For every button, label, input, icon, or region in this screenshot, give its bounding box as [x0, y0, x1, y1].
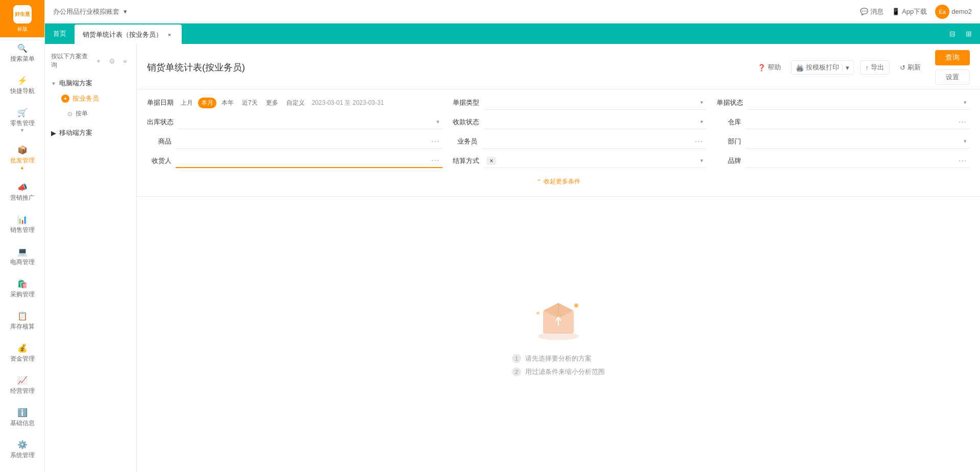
- tab-maximize-btn[interactable]: ⊞: [962, 27, 976, 41]
- collapse-label: 收起更多条件: [544, 177, 580, 186]
- payment-dropdown-icon: ▾: [700, 157, 703, 164]
- sidebar-item-ecommerce[interactable]: 💻 电商管理: [0, 241, 44, 273]
- empty-svg: [528, 293, 589, 344]
- department-control[interactable]: ▾: [745, 134, 970, 149]
- tab-close-icon[interactable]: ×: [165, 31, 174, 39]
- system-icon: ⚙️: [17, 440, 28, 450]
- left-panel-header-label: 按以下方案查询: [51, 52, 93, 69]
- doc-status-control[interactable]: ▾: [747, 96, 970, 110]
- print-btn[interactable]: 🖨️ 按模板打印 ▾: [791, 60, 854, 75]
- date-tab-this-year[interactable]: 本年: [218, 98, 237, 108]
- doc-status-label: 单据状态: [717, 98, 747, 107]
- hint-num-1: 1: [512, 354, 521, 363]
- add-scheme-btn[interactable]: +: [93, 56, 104, 66]
- date-tabs: 上月 本月 本年 近7天 更多 自定义: [178, 98, 308, 108]
- export-label: 导出: [871, 63, 884, 72]
- sidebar-item-purchase[interactable]: 🛍️ 采购管理: [0, 273, 44, 305]
- tab-sales-stat[interactable]: 销货单统计表（按业务员） ×: [75, 25, 182, 45]
- app-download-label: App下载: [902, 7, 927, 16]
- receipt-status-dropdown-icon: ▾: [700, 119, 703, 125]
- payment-control[interactable]: × ▾: [483, 154, 706, 168]
- receiver-control[interactable]: ···: [176, 154, 443, 168]
- sidebar-item-retail[interactable]: 🛒 零售管理 ▼: [0, 102, 44, 139]
- help-btn[interactable]: ❓ 帮助: [753, 61, 785, 74]
- refresh-label: 刷新: [908, 63, 921, 72]
- message-btn[interactable]: 💬 消息: [860, 7, 884, 16]
- refresh-btn[interactable]: ↺ 刷新: [896, 61, 925, 74]
- user-area[interactable]: Ea demo2: [935, 5, 972, 19]
- print-label: 按模板打印: [806, 63, 839, 72]
- sidebar-label-inventory: 库存核算: [10, 322, 35, 331]
- sidebar-item-sales[interactable]: 📊 销售管理: [0, 208, 44, 241]
- salesperson-control[interactable]: ···: [481, 134, 706, 149]
- scheme-salesperson-icon: ●: [61, 95, 69, 103]
- warehouse-control[interactable]: ···: [745, 115, 970, 129]
- hint-num-2: 2: [512, 367, 521, 376]
- date-tab-custom[interactable]: 自定义: [283, 98, 308, 108]
- filter-goods: 商品 ···: [147, 134, 443, 149]
- tab-minimize-btn[interactable]: ⊟: [945, 27, 960, 41]
- sidebar: 好生意 标版 🔍 搜索菜单 ⚡ 快捷导航 🛒 零售管理 ▼ 📦 批发管理 ▲ 📣…: [0, 0, 45, 472]
- warehouse-label: 仓库: [717, 117, 745, 127]
- filter-row-2: 出库状态 ▾ 收款状态 ▾ 仓库: [147, 115, 970, 129]
- goods-control[interactable]: ···: [176, 134, 443, 149]
- topbar-right: 💬 消息 📱 App下载 Ea demo2: [860, 5, 972, 19]
- hint-text-2: 用过滤条件来缩小分析范围: [525, 367, 605, 376]
- user-name: demo2: [951, 8, 972, 15]
- desktop-scheme-group: ▼ 电脑端方案 ● 按业务员 ⊙ 按单: [45, 74, 136, 123]
- brand-label: 品牌: [717, 156, 745, 166]
- app-download-btn[interactable]: 📱 App下载: [892, 7, 927, 16]
- sidebar-item-system[interactable]: ⚙️ 系统管理: [0, 434, 44, 466]
- scheme-sub-by-order[interactable]: ⊙ 按单: [45, 106, 136, 121]
- logo-icon: 好生意: [13, 5, 32, 23]
- date-tab-7days[interactable]: 近7天: [239, 98, 261, 108]
- print-dropdown-icon[interactable]: ▾: [846, 64, 849, 72]
- goods-more-icon: ···: [431, 137, 439, 146]
- sidebar-item-quicknav[interactable]: ⚡ 快捷导航: [0, 69, 44, 102]
- scheme-item-by-salesperson[interactable]: ● 按业务员: [45, 91, 136, 106]
- wholesale-arrow-icon: ▲: [20, 165, 24, 170]
- brand-control[interactable]: ···: [745, 154, 970, 168]
- sidebar-item-basics[interactable]: ℹ️ 基础信息: [0, 402, 44, 434]
- refresh-scheme-btn[interactable]: ⊙: [107, 56, 117, 66]
- filter-receipt-status: 收款状态 ▾: [453, 115, 706, 129]
- logo-area[interactable]: 好生意 标版: [0, 0, 44, 37]
- sidebar-label-basics: 基础信息: [10, 419, 35, 428]
- date-tab-more[interactable]: 更多: [263, 98, 281, 108]
- sidebar-item-corp-collab[interactable]: 🤝 企业协同: [0, 466, 44, 472]
- refresh-icon: ↺: [900, 64, 905, 72]
- operations-icon: 📈: [17, 375, 28, 385]
- sidebar-item-search[interactable]: 🔍 搜索菜单: [0, 37, 44, 69]
- message-label: 消息: [870, 7, 884, 16]
- desktop-scheme-header[interactable]: ▼ 电脑端方案: [45, 76, 136, 91]
- sidebar-item-inventory[interactable]: 📋 库存核算: [0, 305, 44, 337]
- sidebar-label-retail: 零售管理: [10, 119, 35, 128]
- payment-tag-x-btn[interactable]: ×: [489, 157, 493, 164]
- query-button[interactable]: 查询: [935, 50, 970, 65]
- topbar-dropdown-icon[interactable]: ▾: [124, 8, 127, 15]
- receipt-status-control[interactable]: ▾: [483, 115, 706, 129]
- payment-tag: ×: [486, 157, 496, 165]
- filter-payment: 结算方式 × ▾: [453, 154, 706, 168]
- collapse-btn[interactable]: ⌃ 收起更多条件: [147, 173, 970, 190]
- sidebar-label-sales: 销售管理: [10, 226, 35, 234]
- sidebar-item-operations[interactable]: 📈 经营管理: [0, 369, 44, 402]
- mobile-scheme-header[interactable]: ▶ 移动端方案: [45, 125, 136, 140]
- out-status-control[interactable]: ▾: [178, 115, 443, 129]
- doc-type-control[interactable]: ▾: [483, 96, 706, 110]
- export-btn[interactable]: ↑ 导出: [860, 60, 890, 75]
- settings-button[interactable]: 设置: [935, 69, 970, 85]
- filter-warehouse: 仓库 ···: [717, 115, 970, 129]
- filter-doc-type: 单据类型 ▾: [453, 96, 706, 110]
- sidebar-item-marketing[interactable]: 📣 营销推广: [0, 176, 44, 208]
- date-tab-this-month[interactable]: 本月: [198, 98, 216, 108]
- empty-hint-1: 1 请先选择要分析的方案: [512, 354, 605, 363]
- sidebar-item-finance[interactable]: 💰 资金管理: [0, 337, 44, 369]
- collapse-panel-btn[interactable]: «: [120, 56, 130, 66]
- tab-home[interactable]: 首页: [45, 23, 75, 44]
- filter-row-4: 收货人 ··· 结算方式 × ▾: [147, 154, 970, 168]
- sidebar-item-wholesale[interactable]: 📦 批发管理 ▲: [0, 139, 44, 176]
- export-icon: ↑: [866, 64, 869, 72]
- brand-more-icon: ···: [959, 156, 967, 166]
- date-tab-last-month[interactable]: 上月: [178, 98, 196, 108]
